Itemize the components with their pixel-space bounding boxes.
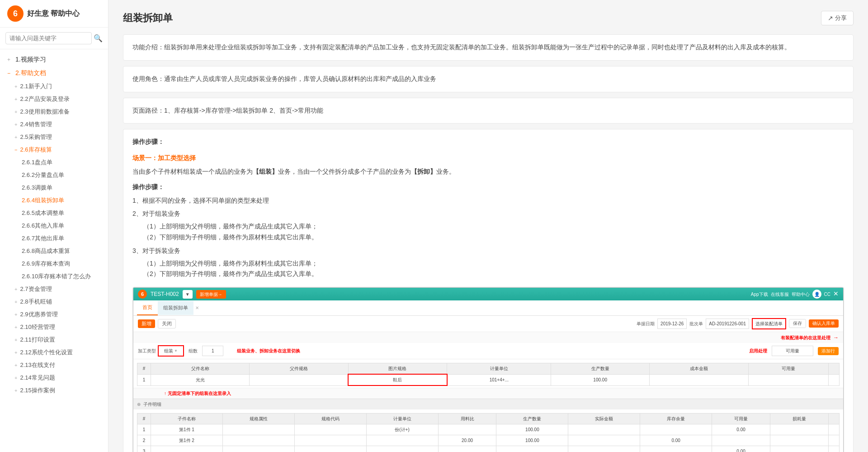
screenshot-select-btn[interactable]: 选择装配清单 [752, 318, 786, 329]
nav-item-2-8[interactable]: + 2.8手机旺铺 [0, 295, 108, 308]
nav-section-docs: 2.帮助文档 + 2.1新手入门 + 2.2产品安装及登录 + 2.3使用前数据… [0, 67, 108, 397]
nav-section-video: 1.视频学习 [0, 53, 108, 67]
nav-item-2-6-6[interactable]: 2.6.6其他入库单 [0, 219, 108, 232]
sub-plus-2-4: + [14, 122, 17, 127]
nav-item-2-6-4[interactable]: 2.6.4组装拆卸单 [0, 194, 108, 207]
nav-item-2-6-10[interactable]: 2.6.10库存账本错了怎么办 [0, 270, 108, 283]
search-button[interactable]: 🔍 [94, 34, 103, 43]
nav-item-video[interactable]: 1.视频学习 [0, 53, 108, 67]
nav-item-2-13[interactable]: + 2.13在线支付 [0, 359, 108, 371]
nav-item-2-4[interactable]: + 2.4销售管理 [0, 118, 108, 131]
nav-item-2-12[interactable]: + 2.12系统个性化设置 [0, 346, 108, 359]
screenshot-tab-close[interactable]: ✕ [195, 304, 199, 312]
share-button[interactable]: ↗ 分享 [821, 11, 854, 25]
nav-item-2-7[interactable]: + 2.7资金管理 [0, 283, 108, 295]
step2: 2、对于组装业务 [132, 209, 844, 219]
nav-label-2-10: 2.10经营管理 [20, 323, 55, 331]
nav-item-2-15[interactable]: + 2.15操作案例 [0, 384, 108, 397]
nav-item-2-9[interactable]: + 2.9优惠券管理 [0, 308, 108, 321]
nav-item-2-6-2[interactable]: 2.6.2分量盘点单 [0, 169, 108, 181]
nav-item-2-11[interactable]: + 2.11打印设置 [0, 333, 108, 346]
sub-plus-2-10: + [14, 324, 17, 330]
nav-item-2-6[interactable]: − 2.6库存核算 [0, 143, 108, 156]
nav-item-2-6-8[interactable]: 2.6.8商品成本重算 [0, 245, 108, 257]
sub-plus-2-12: + [14, 350, 17, 355]
intro-card: 功能介绍：组装拆卸单用来处理企业组装或拆卸等加工业务，支持有固定装配清单的产品加… [123, 34, 854, 61]
nav-item-2-6-3[interactable]: 2.6.3调拨单 [0, 181, 108, 194]
nav-tree: 1.视频学习 2.帮助文档 + 2.1新手入门 + 2.2产品安装及登录 [0, 49, 108, 452]
logo-text: 好生意 帮助中心 [27, 9, 80, 19]
nav-label-2-1: 2.1新手入门 [20, 82, 52, 90]
nav-label-2-15: 2.15操作案例 [20, 386, 55, 395]
nav-label-2-6-3: 2.6.3调拨单 [22, 184, 52, 192]
screenshot-save-btn[interactable]: 保存 [789, 319, 806, 328]
sidebar: 6 好生意 帮助中心 🔍 1.视频学习 2.帮助文档 + 2.1新手入门 [0, 0, 108, 452]
nav-label-2-6-1: 2.6.1盘点单 [22, 158, 52, 167]
screenshot-type-selector[interactable]: 组装▼ [158, 345, 184, 357]
role-text: 使用角色：通常由生产人员或库管人员完成拆装业务的操作，库管人员确认原材料的出库和… [132, 74, 844, 85]
sub-plus-2-3: + [14, 109, 17, 114]
nav-item-2-6-7[interactable]: 2.6.7其他出库单 [0, 232, 108, 245]
nav-item-2-5[interactable]: + 2.5采购管理 [0, 131, 108, 143]
nav-label-2-6-4: 2.6.4组装拆卸单 [22, 196, 64, 205]
annotation1-label: 有装配清单的在这里处理 [781, 334, 830, 342]
nav-item-docs-label: 2.帮助文档 [15, 69, 46, 77]
screenshot-add-row-btn[interactable]: 添加行 [818, 347, 839, 355]
sub-plus-2-7: + [14, 286, 17, 292]
screenshot-tab-home[interactable]: 首页 [137, 300, 158, 315]
screenshot-btn-close[interactable]: 关闭 [158, 319, 176, 328]
nav-item-2-2[interactable]: + 2.2产品安装及登录 [0, 93, 108, 105]
screenshot-btn-new[interactable]: 新增 [138, 319, 155, 328]
annotation3-label: 启用处理 [749, 347, 767, 355]
sub-plus-2-8: + [14, 299, 17, 305]
screenshot-lower-table: # 子件名称 规格属性 规格代码 计量单位 用料比 生产数量 实际金额 库存余量… [137, 413, 840, 452]
nav-item-2-14[interactable]: + 2.14常见问题 [0, 371, 108, 384]
arrow1: → [833, 333, 839, 342]
nav-label-2-6-9: 2.6.9库存账本查询 [22, 260, 70, 268]
steps-heading: 操作步骤： [132, 182, 844, 193]
lower-table-row-3: 3 0.00 [137, 446, 840, 452]
intro-text: 功能介绍：组装拆卸单用来处理企业组装或拆卸等加工业务，支持有固定装配清单的产品加… [132, 42, 844, 53]
screenshot-enable[interactable]: 可用量 [772, 346, 813, 356]
mock-screenshot: 6 TEST-H002 ▼ 新增单据→ App下载 在线客服 帮助中心 👤 CC [133, 287, 844, 452]
role-card: 使用角色：通常由生产人员或库管人员完成拆装业务的操作，库管人员确认原材料的出库和… [123, 66, 854, 92]
screenshot-new-btn[interactable]: 新增单据→ [196, 290, 226, 299]
screenshot-batch-label: 批次单 [689, 320, 703, 328]
path-text: 页面路径：1、库存核算->库存管理->组装拆卸单 2、首页->常用功能 [132, 105, 844, 116]
screenshot-date-val[interactable]: 2019-12-26 [657, 319, 687, 329]
screenshot-tab-assembly[interactable]: 组装拆卸单 [158, 301, 193, 315]
share-label: 分享 [835, 14, 847, 22]
screenshot-type-label: 加工类型 [138, 347, 156, 355]
nav-label-2-11: 2.11打印设置 [20, 336, 55, 344]
screenshot-confirm-btn[interactable]: 确认入库单 [809, 319, 839, 328]
page-header: 组装拆卸单 ↗ 分享 [123, 11, 854, 25]
page-title: 组装拆卸单 [123, 11, 173, 25]
screenshot-batch-val[interactable]: AD-20191226-001 [706, 319, 749, 329]
main-content: 组装拆卸单 ↗ 分享 功能介绍：组装拆卸单用来处理企业组装或拆卸等加工业务，支持… [108, 0, 868, 452]
logo-icon: 6 [7, 5, 24, 22]
nav-item-2-1[interactable]: + 2.1新手入门 [0, 80, 108, 93]
nav-item-2-3[interactable]: + 2.3使用前数据准备 [0, 105, 108, 118]
search-input[interactable] [5, 32, 92, 44]
expand-icon-docs [7, 70, 13, 76]
nav-item-2-6-5[interactable]: 2.6.5成本调整单 [0, 207, 108, 219]
nav-item-2-6-1[interactable]: 2.6.1盘点单 [0, 156, 108, 169]
sub-plus-2-6: − [14, 147, 17, 152]
nav-item-docs[interactable]: 2.帮助文档 [0, 67, 108, 80]
nav-label-2-6-10: 2.6.10库存账本错了怎么办 [22, 272, 91, 281]
operations-card: 操作步骤： 场景一：加工类型选择 当由多个子件材料组装成一个成品的业务为【组装】… [123, 129, 854, 452]
screenshot-upper-table: # 父件名称 父件规格 图片规格 计量单位 生产数量 成本金额 可用量 [137, 363, 840, 386]
scene1-desc: 当由多个子件材料组装成一个成品的业务为【组装】业务，当由一个父件拆分成多个子产品… [132, 167, 844, 177]
operations-heading: 操作步骤： [132, 137, 844, 147]
nav-item-2-10[interactable]: + 2.10经营管理 [0, 321, 108, 333]
sub-plus-2-14: + [14, 375, 17, 381]
path-card: 页面路径：1、库存核算->库存管理->组装拆卸单 2、首页->常用功能 [123, 98, 854, 124]
share-icon: ↗ [828, 14, 833, 22]
screenshot-title: TEST-H002 [151, 290, 179, 299]
screenshot-num-val[interactable]: 1 [202, 346, 224, 356]
nav-item-2-6-9[interactable]: 2.6.9库存账本查询 [0, 257, 108, 270]
search-area: 🔍 [0, 28, 108, 49]
nav-label-2-6-5: 2.6.5成本调整单 [22, 209, 64, 217]
step3-a: （1）上部明细为父件明细，最终作为原材料生成其它出库单； [143, 258, 844, 269]
nav-label-2-14: 2.14常见问题 [20, 374, 55, 382]
